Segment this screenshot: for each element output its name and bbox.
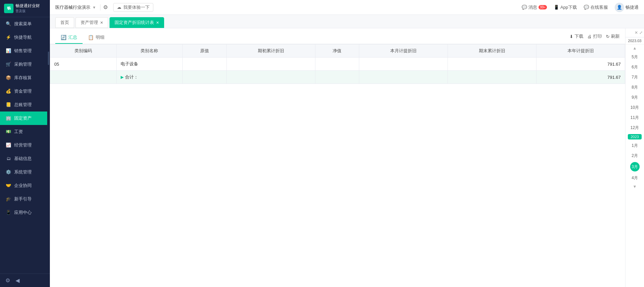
table-cell: 电子设备 [116,58,183,71]
tabs-bar: 首页资产管理✕固定资产折旧统计表✕ [50,15,644,28]
sidebar-item-quicknav[interactable]: ⚡快捷导航 [0,31,47,44]
table-cell: 05 [50,58,117,71]
date-month-item[interactable]: 9月 [625,92,644,102]
sidebar-item-system[interactable]: ⚙️系统管理 [0,165,47,179]
date-month-item[interactable]: 3月 [625,161,644,173]
sidebar-label-quicknav: 快捷导航 [14,34,32,40]
sidebar-item-search[interactable]: 🔍搜索菜单 [0,17,47,31]
settings-gear-icon[interactable]: ⚙ [103,4,108,10]
sidebar-item-inventory[interactable]: 📦库存核算 [0,71,47,85]
col-header: 类别名称 [116,44,183,58]
table-wrapper: 类别编码类别名称原值期初累计折旧净值本月计提折旧期末累计折旧本年计提折旧 05电… [50,44,625,287]
content-area: 🔄汇总📋明细 ⬇ 下载 🖨 打印 ↻ 刷新 [50,28,644,287]
sidebar-item-coop[interactable]: 🤝企业协同 [0,179,47,192]
tab-label-home: 首页 [60,20,69,26]
table-cell [315,58,359,71]
sidebar-logo: 畅 畅捷通好业财 普及版 [0,0,50,17]
ledger-icon: 📒 [5,102,11,108]
tab-depreciation[interactable]: 固定资产折旧统计表✕ [110,17,164,28]
sidebar-item-ledger[interactable]: 📒总账管理 [0,98,47,111]
date-panel-close-icon[interactable]: ✕ [635,30,638,35]
online-service-button[interactable]: 💬 在线客服 [584,4,608,10]
sidebar-item-assets[interactable]: 🏢固定资产 [0,111,47,125]
sidebar-label-basic: 基础信息 [14,156,32,162]
basic-icon: 🗂 [5,156,11,162]
date-scroll-up[interactable]: ▲ [625,44,644,52]
date-month-item[interactable]: 10月 [625,102,644,113]
tab-home[interactable]: 首页 [55,17,74,28]
date-month-item[interactable]: 5月 [625,52,644,62]
date-month-item[interactable]: 11月 [625,113,644,123]
messages-button[interactable]: 💬 消息 99+ [522,4,547,10]
app-download-button[interactable]: 📱 App下载 [554,4,577,10]
sidebar-item-basic[interactable]: 🗂基础信息 [0,152,47,165]
date-month-item[interactable]: 6月 [625,62,644,72]
print-button[interactable]: 🖨 打印 [587,33,602,39]
search-icon: 🔍 [5,21,11,27]
sidebar-label-guide: 新手引导 [14,196,32,202]
subtotal-cell: 791.67 [536,71,625,84]
topbar: 医疗器械行业演示 ▼ ⚙ ☁ 我要体验一下 💬 消息 99+ 📱 App下载 💬… [50,0,644,15]
col-header: 原值 [183,44,226,58]
tab-assets-mgmt[interactable]: 资产管理✕ [75,17,108,28]
company-selector[interactable]: 医疗器械行业演示 ▼ [55,4,100,10]
tab-close-depreciation[interactable]: ✕ [156,21,159,25]
date-month-item[interactable]: 4月 [625,173,644,183]
sidebar-label-ledger: 总账管理 [14,102,32,108]
col-header: 期末累计折旧 [448,44,536,58]
sub-tab-summary[interactable]: 🔄汇总 [55,32,83,44]
date-month-item[interactable]: 12月 [625,123,644,133]
subtotal-cell [315,71,359,84]
refresh-button[interactable]: ↻ 刷新 [606,33,620,39]
toolbar: ⬇ 下载 🖨 打印 ↻ 刷新 [570,33,620,42]
sidebar-item-guide[interactable]: 🎓新手引导 [0,192,47,206]
tab-close-assets-mgmt[interactable]: ✕ [100,21,103,25]
sidebar-label-assets: 固定资产 [14,115,32,121]
inventory-icon: 📦 [5,75,11,81]
trial-label: 我要体验一下 [123,4,150,10]
subtotal-cell [226,71,315,84]
sub-tab-icon-detail: 📋 [88,35,94,40]
date-month-item[interactable]: 1月 [625,140,644,151]
subtotal-cell [183,71,226,84]
sidebar-item-purchase[interactable]: 🛒采购管理 [0,58,47,71]
table-cell: 791.67 [536,58,625,71]
app-download-icon: 📱 [554,5,559,10]
sales-icon: 📊 [5,48,11,54]
sidebar-item-sales[interactable]: 📊销售管理 [0,44,47,58]
sidebar-item-wages[interactable]: 💵工资 [0,125,47,138]
service-label: 在线客服 [590,4,608,10]
download-icon: ⬇ [570,34,573,39]
subtotal-cell: ▶合计： [116,71,183,84]
purchase-icon: 🛒 [5,61,11,67]
sub-tab-detail[interactable]: 📋明细 [83,32,110,44]
table-cell [448,58,536,71]
date-month-item[interactable]: 8月 [625,82,644,92]
date-month-item[interactable]: 2月 [625,151,644,161]
app-download-label: App下载 [560,4,577,10]
year-badge[interactable]: 2023 [628,134,641,139]
subtotal-label: 合计： [125,74,138,80]
col-header: 类别编码 [50,44,117,58]
settings-icon[interactable]: ⚙ [5,277,10,284]
sub-tabs: 🔄汇总📋明细 ⬇ 下载 🖨 打印 ↻ 刷新 [50,28,625,44]
collapse-icon[interactable]: ◀ [16,277,20,284]
user-profile-button[interactable]: 👤 畅捷通 [615,3,639,12]
subtotal-cell [359,71,448,84]
date-panel-expand-icon[interactable]: ⤢ [639,30,643,35]
refresh-icon: ↻ [606,34,610,39]
download-button[interactable]: ⬇ 下载 [570,33,583,39]
subtotal-cell [50,71,117,84]
date-month-item[interactable]: 7月 [625,72,644,82]
sidebar-item-funds[interactable]: 💰资金管理 [0,85,47,98]
tab-label-depreciation: 固定资产折旧统计表 [115,20,154,26]
content-main: 🔄汇总📋明细 ⬇ 下载 🖨 打印 ↻ 刷新 [50,28,625,287]
date-panel-scroll[interactable]: ▲ 5月6月7月8月9月10月11月12月 2023 1月2月3月4月 ▼ [625,44,644,287]
sub-tab-label-summary: 汇总 [68,34,77,40]
col-header: 本年计提折旧 [536,44,625,58]
sidebar-item-appcenter[interactable]: 📱应用中心 [0,206,47,219]
date-scroll-down[interactable]: ▼ [625,183,644,190]
wages-icon: 💵 [5,129,11,135]
trial-button[interactable]: ☁ 我要体验一下 [113,3,153,12]
sidebar-item-operations[interactable]: 📈经营管理 [0,138,47,152]
